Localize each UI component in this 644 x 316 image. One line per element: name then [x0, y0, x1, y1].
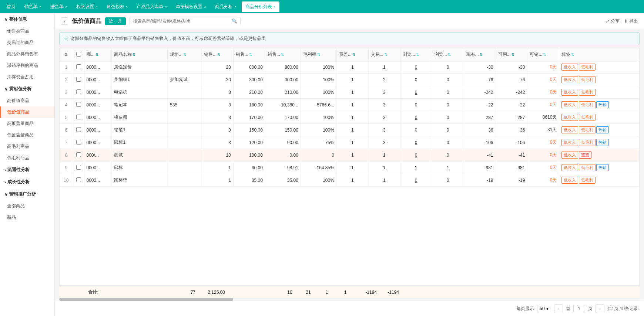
- nav-permissions[interactable]: 权限设置 ×: [73, 1, 101, 12]
- nav-product-analysis-list[interactable]: 商品分析列表 ×: [242, 1, 279, 12]
- saleable-col-header[interactable]: 可销...⇅: [527, 48, 559, 61]
- row-checkbox[interactable]: [76, 64, 81, 69]
- sidebar-item-sales-products[interactable]: 销售类商品: [0, 26, 54, 37]
- browse1-value[interactable]: 0: [415, 90, 417, 95]
- sidebar-item-low-value[interactable]: 低价值商品: [0, 106, 54, 118]
- row-checkbox[interactable]: [76, 165, 81, 170]
- row-checkbox[interactable]: [76, 177, 81, 182]
- sidebar-group-growth[interactable]: › 成长性分析: [0, 176, 54, 188]
- nav-production-close[interactable]: ×: [165, 5, 167, 9]
- page-number-input[interactable]: [573, 305, 585, 312]
- row-checkbox-cell[interactable]: [73, 111, 84, 124]
- sidebar-collapse-button[interactable]: «: [61, 17, 68, 25]
- row-name: 鼠标: [112, 162, 168, 174]
- browse1-value[interactable]: 0: [415, 115, 417, 120]
- sidebar-group-marketing[interactable]: ∨ 营销推广分析: [0, 188, 54, 200]
- browse2-col-header[interactable]: 浏览...⇅: [432, 48, 464, 61]
- sidebar-item-inventory-capital[interactable]: 库存资金占用: [0, 71, 54, 83]
- row-checkbox[interactable]: [76, 127, 81, 132]
- nav-sales[interactable]: 销货单 ×: [21, 1, 45, 12]
- browse1-value[interactable]: 0: [415, 128, 417, 133]
- browse1-value[interactable]: 0: [415, 153, 417, 158]
- nav-product-analysis-close[interactable]: ×: [234, 5, 237, 9]
- sidebar-item-new-products[interactable]: 新品: [0, 212, 54, 223]
- row-checkbox-cell[interactable]: [73, 136, 84, 149]
- nav-product-analysis-list-close[interactable]: ×: [274, 5, 276, 9]
- next-page-button[interactable]: ›: [596, 304, 604, 313]
- share-button[interactable]: ↗ 分享: [606, 18, 620, 24]
- nav-home[interactable]: 首页: [3, 1, 19, 12]
- row-checkbox[interactable]: [76, 102, 81, 107]
- row-checkbox-cell[interactable]: [73, 86, 84, 99]
- row-checkbox-cell[interactable]: [73, 74, 84, 86]
- spec-col-header[interactable]: 规格...⇅: [168, 48, 202, 61]
- browse1-col-header[interactable]: 浏览...⇅: [400, 48, 432, 61]
- sale-qty-col-header[interactable]: 销售...⇅: [202, 48, 234, 61]
- first-page-button[interactable]: ‹: [554, 304, 563, 313]
- row-checkbox[interactable]: [76, 89, 81, 94]
- sidebar-item-high-margin[interactable]: 高毛利商品: [0, 141, 54, 152]
- nav-template[interactable]: 单据模板设置 ×: [172, 1, 210, 12]
- name-col-header[interactable]: 商品名称⇅: [112, 48, 168, 61]
- row-checkbox-cell[interactable]: [73, 162, 84, 174]
- current-col-header[interactable]: 现有...⇅: [464, 48, 496, 61]
- table-wrapper[interactable]: ⚙ 商...⇅ 商品名称⇅ 规格...⇅ 销售...⇅ 销售...⇅ 销售...…: [59, 48, 640, 286]
- nav-purchase-close[interactable]: ×: [65, 5, 67, 9]
- browse1-value[interactable]: 1: [415, 165, 417, 170]
- sale-amt2-col-header[interactable]: 销售...⇅: [265, 48, 301, 61]
- sidebar-group-circulation[interactable]: › 流通性分析: [0, 164, 54, 176]
- sidebar-group-contribution[interactable]: ∨ 贡献值分析: [0, 83, 54, 95]
- search-icon[interactable]: 🔍: [232, 18, 237, 24]
- row-checkbox[interactable]: [76, 77, 81, 82]
- row-checkbox[interactable]: [76, 140, 81, 145]
- sidebar-item-traded-products[interactable]: 交易过的商品: [0, 37, 54, 48]
- row-checkbox-cell[interactable]: [73, 174, 84, 187]
- row-num: 7: [60, 136, 73, 149]
- row-checkbox[interactable]: [76, 152, 81, 157]
- browse1-value[interactable]: 0: [415, 65, 417, 70]
- row-checkbox-cell[interactable]: [73, 124, 84, 136]
- tags-col-header[interactable]: 标签⇅: [559, 48, 639, 61]
- sidebar-item-low-coverage[interactable]: 低覆盖量商品: [0, 129, 54, 141]
- row-checkbox[interactable]: [76, 115, 81, 119]
- nav-sales-close[interactable]: ×: [39, 5, 41, 9]
- nav-production[interactable]: 产成品入库单 ×: [133, 1, 171, 12]
- browse1-value[interactable]: 0: [415, 102, 417, 108]
- sidebar-group-overall[interactable]: ∨ 整体信息: [0, 13, 54, 26]
- row-sale-amt2: -10,380...: [265, 99, 301, 111]
- nav-purchase[interactable]: 进货单 ×: [47, 1, 71, 12]
- sale-amt-col-header[interactable]: 销售...⇅: [233, 48, 265, 61]
- row-checkbox-cell[interactable]: [73, 99, 84, 111]
- time-filter-button[interactable]: 近一月: [105, 17, 126, 25]
- row-spec: [168, 174, 202, 187]
- row-checkbox-cell[interactable]: [73, 149, 84, 162]
- page-size-select[interactable]: 50 ▾: [537, 305, 551, 312]
- row-checkbox-cell[interactable]: [73, 61, 84, 74]
- nav-roles-close[interactable]: ×: [126, 5, 128, 9]
- code-col-header[interactable]: 商...⇅: [84, 48, 112, 61]
- sidebar-item-slow-products[interactable]: 滞销序列的商品: [0, 60, 54, 71]
- horizontal-scrollbar[interactable]: [59, 298, 640, 301]
- nav-product-analysis[interactable]: 商品分析 ×: [211, 1, 240, 12]
- sidebar-item-high-value[interactable]: 高价值商品: [0, 95, 54, 106]
- browse1-value[interactable]: 0: [415, 140, 417, 145]
- transaction-col-header[interactable]: 交易...⇅: [368, 48, 400, 61]
- search-input[interactable]: [133, 18, 230, 24]
- gross-rate-col-header[interactable]: 毛利率⇅: [301, 48, 336, 61]
- browse1-value[interactable]: 0: [415, 178, 417, 183]
- select-all-checkbox[interactable]: [76, 52, 81, 57]
- export-button[interactable]: ⬆ 导出: [624, 18, 638, 24]
- browse1-value[interactable]: 0: [415, 77, 417, 82]
- coverage-col-header[interactable]: 覆盖...⇅: [336, 48, 368, 61]
- sidebar-item-category-sales-rate[interactable]: 商品分类销售率: [0, 48, 54, 60]
- row-spec: [168, 162, 202, 174]
- sidebar-item-high-coverage[interactable]: 高覆盖量商品: [0, 118, 54, 129]
- available-col-header[interactable]: 可用...⇅: [496, 48, 527, 61]
- sidebar-item-low-margin[interactable]: 低毛利商品: [0, 152, 54, 164]
- nav-template-close[interactable]: ×: [204, 5, 206, 9]
- nav-permissions-close[interactable]: ×: [95, 5, 98, 9]
- settings-col-header[interactable]: ⚙: [60, 48, 73, 61]
- sidebar-item-all-products[interactable]: 全部商品: [0, 200, 54, 212]
- nav-roles[interactable]: 角色授权 ×: [103, 1, 132, 12]
- checkbox-col-header[interactable]: [73, 48, 84, 61]
